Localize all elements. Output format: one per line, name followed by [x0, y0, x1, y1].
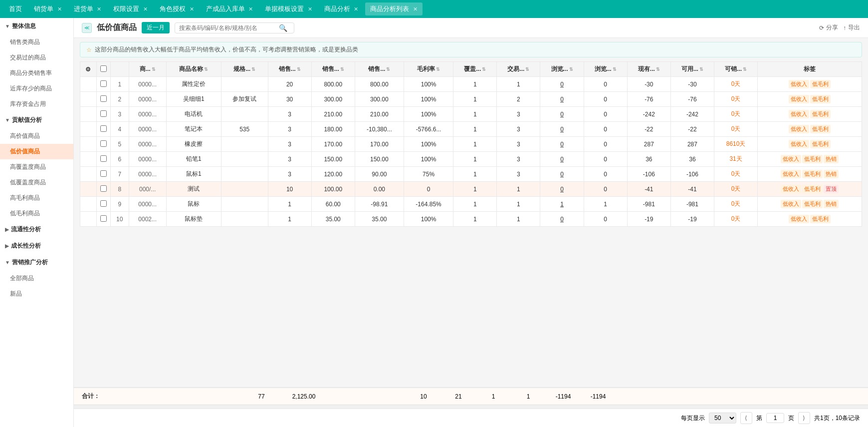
sidebar-item-high-coverage[interactable]: 高覆盖度商品	[0, 159, 73, 175]
tag-badge: 低收入	[781, 185, 801, 193]
col-current[interactable]: 现有...⇅	[627, 62, 670, 77]
cell-browse1[interactable]: 0	[540, 122, 584, 137]
nav-permission-settings[interactable]: 权限设置 ✕	[108, 2, 153, 15]
cell-browse1[interactable]: 0	[540, 92, 584, 107]
col-name[interactable]: 商品名称⇅	[166, 62, 221, 77]
cell-current: -30	[627, 77, 670, 92]
sidebar-group-circulation[interactable]: ▶ 流通性分析	[0, 221, 73, 238]
nav-close-purchase[interactable]: ✕	[97, 6, 101, 12]
col-browse2[interactable]: 浏览...⇅	[584, 62, 627, 77]
first-page-button[interactable]: ⟨	[740, 412, 752, 424]
sidebar-item-sales-goods[interactable]: 销售类商品	[0, 34, 73, 50]
col-transactions[interactable]: 交易...⇅	[497, 62, 540, 77]
sidebar-item-new-goods[interactable]: 新品	[0, 286, 73, 302]
nav-close-product[interactable]: ✕	[248, 6, 253, 12]
row-checkbox[interactable]	[100, 110, 107, 117]
cell-checkbox[interactable]	[96, 197, 110, 212]
cell-browse1[interactable]: 0	[540, 77, 584, 92]
nav-close-sales[interactable]: ✕	[57, 6, 62, 12]
cell-browse1[interactable]: 0	[540, 212, 584, 227]
col-coverage[interactable]: 覆盖...⇅	[453, 62, 497, 77]
sidebar-item-traded-goods[interactable]: 交易过的商品	[0, 50, 73, 65]
col-gross-rate[interactable]: 毛利率⇅	[404, 62, 453, 77]
sidebar-item-all-goods[interactable]: 全部商品	[0, 271, 73, 286]
row-checkbox[interactable]	[100, 185, 107, 192]
cell-browse1[interactable]: 0	[540, 137, 584, 152]
sidebar-item-high-margin[interactable]: 高毛利商品	[0, 190, 73, 206]
cell-checkbox[interactable]	[96, 122, 110, 137]
nav-close-permission[interactable]: ✕	[143, 6, 148, 12]
select-all-checkbox[interactable]	[100, 65, 107, 72]
col-sales-amount[interactable]: 销售...⇅	[311, 62, 355, 77]
nav-goods-analysis[interactable]: 商品分析 ✕	[319, 2, 364, 15]
row-checkbox[interactable]	[100, 125, 107, 132]
cell-checkbox[interactable]	[96, 152, 110, 167]
col-checkbox[interactable]	[96, 62, 110, 77]
sidebar-group-contribution[interactable]: ▼ 贡献值分析	[0, 112, 73, 128]
row-checkbox[interactable]	[100, 155, 107, 162]
cell-tags: 低收入低毛利	[758, 122, 862, 137]
nav-purchase-order[interactable]: 进货单 ✕	[69, 2, 107, 15]
nav-role-auth[interactable]: 角色授权 ✕	[155, 2, 199, 15]
filter-period-button[interactable]: 近一月	[142, 22, 170, 33]
cell-checkbox[interactable]	[96, 212, 110, 227]
col-code[interactable]: 商...⇅	[129, 62, 166, 77]
cell-checkbox[interactable]	[96, 92, 110, 107]
nav-sales-order[interactable]: 销货单 ✕	[29, 2, 67, 15]
cell-sellable: 0天	[714, 167, 758, 182]
share-button[interactable]: ⟳ 分享	[819, 23, 838, 32]
cell-browse1[interactable]: 0	[540, 182, 584, 197]
cell-browse1[interactable]: 0	[540, 167, 584, 182]
sidebar-item-high-value[interactable]: 高价值商品	[0, 128, 73, 144]
cell-checkbox[interactable]	[96, 182, 110, 197]
row-checkbox[interactable]	[100, 95, 107, 102]
page-number-input[interactable]	[766, 413, 784, 423]
cell-browse1[interactable]: 0	[540, 107, 584, 122]
tag-badge: 低收入	[789, 140, 809, 148]
col-sales-qty[interactable]: 销售...⇅	[268, 62, 311, 77]
sidebar-group-overall-label: 整体信息	[12, 22, 36, 30]
export-button[interactable]: ↑ 导出	[843, 23, 860, 32]
cell-checkbox[interactable]	[96, 137, 110, 152]
sidebar-item-low-value[interactable]: 低价值商品	[0, 144, 73, 159]
col-settings[interactable]: ⚙	[80, 62, 97, 77]
col-available[interactable]: 可用...⇅	[670, 62, 714, 77]
row-checkbox[interactable]	[100, 140, 107, 147]
sidebar-group-growth[interactable]: ▶ 成长性分析	[0, 238, 73, 254]
sidebar-item-category-sales-rate[interactable]: 商品分类销售率	[0, 65, 73, 81]
collapse-button[interactable]: ≪	[82, 23, 92, 33]
row-checkbox[interactable]	[100, 200, 107, 207]
search-input[interactable]	[179, 24, 279, 31]
nav-close-template[interactable]: ✕	[308, 6, 312, 12]
nav-product-stock[interactable]: 产成品入库单 ✕	[201, 2, 258, 15]
sidebar-item-stock-capital[interactable]: 库存资金占用	[0, 96, 73, 112]
sidebar-item-low-stock[interactable]: 近库存少的商品	[0, 81, 73, 96]
table-container[interactable]: ⚙ 商...⇅ 商品名称⇅ 规格...⇅ 销售...⇅ 销售...⇅ 销售...…	[80, 61, 862, 387]
per-page-select[interactable]: 50 100 200	[709, 413, 736, 424]
row-checkbox[interactable]	[100, 80, 107, 87]
nav-template-settings[interactable]: 单据模板设置 ✕	[260, 2, 317, 15]
cell-checkbox[interactable]	[96, 167, 110, 182]
nav-close-goods-list[interactable]: ✕	[413, 6, 418, 12]
cell-browse1[interactable]: 0	[540, 152, 584, 167]
cell-checkbox[interactable]	[96, 77, 110, 92]
nav-close-role[interactable]: ✕	[190, 6, 194, 12]
nav-close-goods[interactable]: ✕	[354, 6, 358, 12]
cell-available: -76	[670, 92, 714, 107]
sidebar-item-low-coverage[interactable]: 低覆盖度商品	[0, 175, 73, 190]
row-checkbox[interactable]	[100, 170, 107, 177]
sidebar-group-marketing[interactable]: ▼ 营销推广分析	[0, 254, 73, 271]
col-sales-gross[interactable]: 销售...⇅	[355, 62, 404, 77]
cell-browse1[interactable]: 1	[540, 197, 584, 212]
sidebar-group-overall[interactable]: ▼ 整体信息	[0, 18, 73, 34]
nav-home[interactable]: 首页	[4, 2, 27, 15]
col-sellable[interactable]: 可销...⇅	[714, 62, 758, 77]
col-spec[interactable]: 规格...⇅	[221, 62, 268, 77]
col-browse1[interactable]: 浏览...⇅	[540, 62, 584, 77]
nav-goods-analysis-list[interactable]: 商品分析列表 ✕	[365, 2, 423, 15]
cell-checkbox[interactable]	[96, 107, 110, 122]
next-page-button[interactable]: ⟩	[798, 412, 810, 424]
row-checkbox[interactable]	[100, 215, 107, 222]
sidebar-item-low-margin[interactable]: 低毛利商品	[0, 206, 73, 221]
search-icon[interactable]: 🔍	[279, 24, 287, 32]
